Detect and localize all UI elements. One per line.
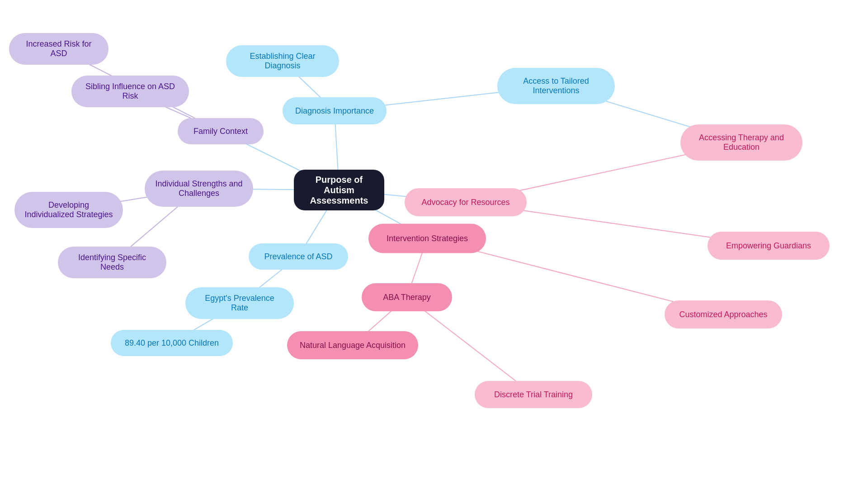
node-developing-strategies[interactable]: Developing Individualized Strategies [14,192,123,228]
node-advocacy-resources[interactable]: Advocacy for Resources [405,188,527,216]
node-discrete-trial[interactable]: Discrete Trial Training [475,381,592,408]
node-diagnosis-importance[interactable]: Diagnosis Importance [283,97,387,124]
node-increased-risk-asd[interactable]: Increased Risk for ASD [9,33,108,65]
node-per-10000[interactable]: 89.40 per 10,000 Children [111,330,233,356]
node-intervention-strategies[interactable]: Intervention Strategies [368,224,486,253]
node-individual-strengths[interactable]: Individual Strengths and Challenges [145,171,253,207]
node-empowering-guardians[interactable]: Empowering Guardians [708,232,830,260]
node-identifying-specific-needs[interactable]: Identifying Specific Needs [58,247,166,278]
node-prevalence-asd[interactable]: Prevalence of ASD [249,243,348,270]
node-customized-approaches[interactable]: Customized Approaches [665,300,782,328]
node-natural-language[interactable]: Natural Language Acquisition [287,331,418,359]
node-sibling-influence[interactable]: Sibling Influence on ASD Risk [71,76,189,107]
node-egypt-prevalence[interactable]: Egypt's Prevalence Rate [185,287,294,319]
mind-map-container: Purpose of Autism AssessmentsEstablishin… [0,0,868,490]
node-aba-therapy[interactable]: ABA Therapy [362,283,452,311]
node-establishing-clear-diagnosis[interactable]: Establishing Clear Diagnosis [226,45,339,77]
node-access-tailored-interventions[interactable]: Access to Tailored Interventions [497,68,615,104]
node-accessing-therapy-education[interactable]: Accessing Therapy and Education [680,124,802,161]
node-center[interactable]: Purpose of Autism Assessments [294,170,384,210]
svg-line-17 [407,297,533,395]
node-family-context[interactable]: Family Context [178,118,264,144]
